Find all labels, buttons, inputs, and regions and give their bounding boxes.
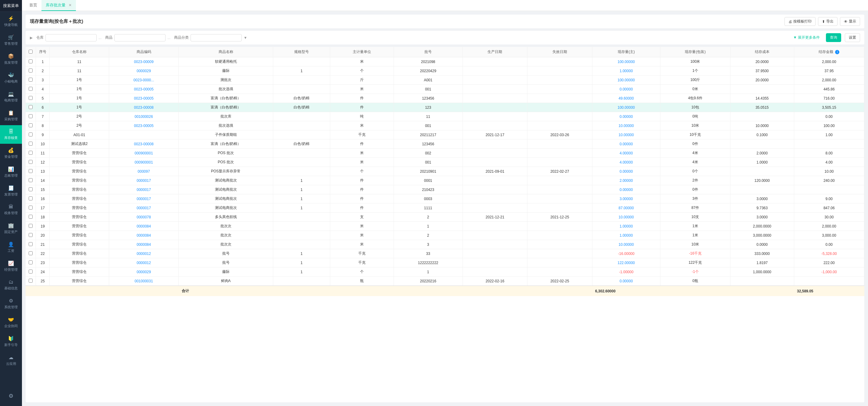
row-qty-main[interactable]: 3.00000 [592, 194, 660, 203]
row-checkbox[interactable] [26, 194, 36, 203]
row-checkbox[interactable] [26, 185, 36, 194]
print-btn[interactable]: 🖨 按模板打印 [784, 17, 815, 26]
tab-inventory-batch[interactable]: 库存批次量 ✕ [41, 0, 76, 11]
row-sku[interactable]: 0023-00005 [109, 85, 179, 94]
sidebar-logo[interactable]: 搜索菜单 [0, 0, 22, 12]
row-checkbox[interactable] [26, 149, 36, 158]
row-sku[interactable]: 0000029 [109, 66, 179, 75]
row-sku[interactable]: 0000084 [109, 222, 179, 231]
settings-btn[interactable]: 设置 [845, 33, 860, 42]
row-qty-main[interactable]: 2.00000 [592, 176, 660, 185]
sidebar-item-quick-nav[interactable]: ⚡ 快捷导航 [0, 12, 22, 31]
row-sku[interactable]: 0023-00009 [109, 57, 179, 66]
row-sku[interactable]: 0023-00008 [109, 103, 179, 112]
row-sku[interactable]: 000900001 [109, 149, 179, 158]
row-qty-main[interactable]: 49.60000 [592, 94, 660, 103]
row-qty-main[interactable]: 10.00000 [592, 121, 660, 130]
tab-close-btn[interactable]: ✕ [69, 3, 72, 7]
sidebar-item-purchase[interactable]: 📋 采购管理 [0, 106, 22, 125]
row-checkbox[interactable] [26, 231, 36, 240]
query-btn[interactable]: 查询 [826, 33, 841, 42]
row-checkbox[interactable] [26, 130, 36, 139]
warehouse-input[interactable] [45, 34, 97, 41]
row-qty-main[interactable]: 0.00000 [592, 185, 660, 194]
row-checkbox[interactable] [26, 240, 36, 249]
sidebar-item-cloud[interactable]: ☁ 云应用 [0, 351, 22, 370]
row-sku[interactable]: 001000031 [109, 276, 179, 286]
row-checkbox[interactable] [26, 222, 36, 231]
sidebar-item-mini-ecom[interactable]: 🐳 小鲸电商 [0, 69, 22, 88]
row-qty-main[interactable]: 122.00000 [592, 258, 660, 267]
sidebar-item-new-guide[interactable]: 🔰 新手引导 [0, 332, 22, 351]
row-qty-main[interactable]: 4.00000 [592, 149, 660, 158]
row-qty-main[interactable]: 10.00000 [592, 130, 660, 139]
sidebar-item-retail[interactable]: 🛒 零售管理 [0, 31, 22, 49]
sidebar-item-tax[interactable]: 🏛 税务管理 [0, 200, 22, 219]
row-qty-main[interactable]: 0.00000 [592, 276, 660, 286]
row-sku[interactable]: 0023-00008 [109, 139, 179, 149]
row-qty-main[interactable]: -1.00000 [592, 267, 660, 276]
row-qty-main[interactable]: 100.00000 [592, 103, 660, 112]
row-checkbox[interactable] [26, 167, 36, 176]
row-checkbox[interactable] [26, 258, 36, 267]
row-checkbox[interactable] [26, 249, 36, 258]
row-checkbox[interactable] [26, 94, 36, 103]
row-qty-main[interactable]: 10.00000 [592, 212, 660, 222]
row-qty-main[interactable]: 10.00000 [592, 240, 660, 249]
row-checkbox[interactable] [26, 85, 36, 94]
row-sku[interactable]: 000097 [109, 167, 179, 176]
row-checkbox[interactable] [26, 121, 36, 130]
row-sku[interactable]: 0000029 [109, 267, 179, 276]
sidebar-gear-btn[interactable]: ⚙ [8, 389, 13, 403]
row-qty-main[interactable]: -16.00000 [592, 249, 660, 258]
export-btn[interactable]: ⬆ 导出 [818, 17, 838, 26]
row-sku[interactable]: 0000017 [109, 185, 179, 194]
row-checkbox[interactable] [26, 276, 36, 286]
row-sku[interactable]: 0023-00005 [109, 121, 179, 130]
sidebar-item-corp[interactable]: 🤝 企业协同 [0, 313, 22, 332]
row-qty-main[interactable]: 100.00000 [592, 75, 660, 85]
category-dropdown-icon[interactable]: ▼ [244, 36, 247, 40]
sidebar-item-fixed-asset[interactable]: 🏢 固定资产 [0, 219, 22, 238]
row-sku[interactable]: 000900001 [109, 158, 179, 167]
sidebar-item-asset[interactable]: 💰 资金管理 [0, 144, 22, 163]
row-checkbox[interactable] [26, 57, 36, 66]
row-sku[interactable]: 0000012 [109, 249, 179, 258]
row-qty-main[interactable]: 87.00000 [592, 203, 660, 212]
row-sku[interactable]: 0000017 [109, 194, 179, 203]
sidebar-item-hr[interactable]: 👤 工资 [0, 238, 22, 257]
sidebar-item-sys[interactable]: ⚙ 系统管理 [0, 294, 22, 313]
sidebar-item-ops[interactable]: 📈 经营管理 [0, 257, 22, 276]
row-checkbox[interactable] [26, 203, 36, 212]
sidebar-item-basic-info[interactable]: 🗂 基础信息 [0, 276, 22, 294]
row-sku[interactable]: 0023-0000... [109, 75, 179, 85]
row-checkbox[interactable] [26, 103, 36, 112]
row-checkbox[interactable] [26, 267, 36, 276]
row-qty-main[interactable]: 4.00000 [592, 158, 660, 167]
sidebar-item-general[interactable]: 📊 总账管理 [0, 163, 22, 181]
row-sku[interactable]: 0000012 [109, 258, 179, 267]
row-qty-main[interactable]: 1.00000 [592, 231, 660, 240]
row-sku[interactable] [109, 130, 179, 139]
row-sku[interactable]: 0000017 [109, 176, 179, 185]
row-qty-main[interactable]: 0.00000 [592, 112, 660, 121]
row-qty-main[interactable]: 0.00000 [592, 85, 660, 94]
product-input[interactable] [114, 34, 165, 41]
row-sku[interactable]: 0000078 [109, 212, 179, 222]
sidebar-item-inventory[interactable]: 🗄 库存核查 [0, 125, 22, 144]
row-checkbox[interactable] [26, 112, 36, 121]
sidebar-item-invoice[interactable]: 🧾 发票管理 [0, 181, 22, 200]
row-checkbox[interactable] [26, 66, 36, 75]
row-sku[interactable]: 001000026 [109, 112, 179, 121]
row-qty-main[interactable]: 0.00000 [592, 167, 660, 176]
total-cost-info-icon[interactable]: i [835, 50, 839, 54]
row-checkbox[interactable] [26, 158, 36, 167]
row-qty-main[interactable]: 100.00000 [592, 57, 660, 66]
row-checkbox[interactable] [26, 176, 36, 185]
select-all-checkbox[interactable] [29, 49, 33, 54]
category-input[interactable] [191, 34, 242, 41]
sidebar-item-ecom[interactable]: 💻 电商管理 [0, 88, 22, 106]
row-sku[interactable]: 0000017 [109, 203, 179, 212]
filter-expand-arrow[interactable]: ▶ [30, 36, 33, 40]
row-qty-main[interactable]: 1.00000 [592, 222, 660, 231]
